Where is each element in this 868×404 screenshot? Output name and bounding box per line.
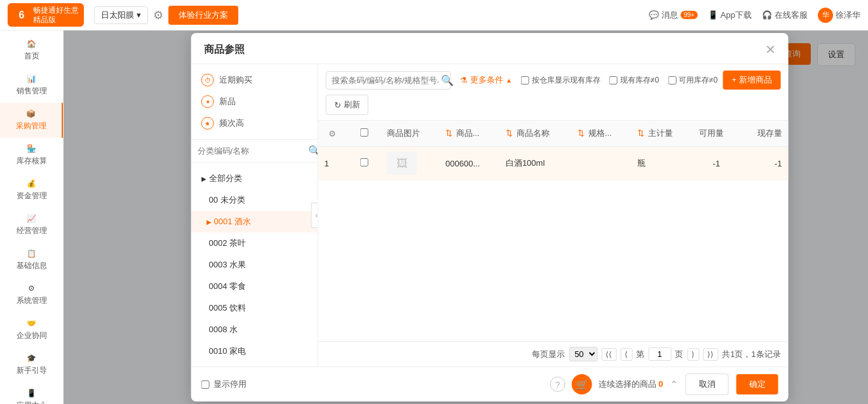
tree-fruit[interactable]: 0003 水果 bbox=[191, 254, 318, 276]
sort-icon-spec: ⇅ bbox=[578, 128, 585, 138]
main-layout: 🏠 首页 📊 销售管理 📦 采购管理 🏪 库存核算 💰 资金管理 📈 经营管理 … bbox=[0, 30, 868, 404]
inventory-icon: 🏪 bbox=[27, 144, 36, 153]
mobile-icon: 📱 bbox=[708, 10, 718, 20]
sort-icon-code: ⇅ bbox=[445, 128, 452, 138]
product-lookup-modal: 商品参照 ✕ ⏱ 近期购买 ✦ 新品 bbox=[191, 33, 789, 401]
row-checkbox[interactable] bbox=[360, 158, 369, 166]
col-name-header[interactable]: ⇅ 商品名称 bbox=[499, 121, 571, 147]
col-available-header: 可用量 bbox=[693, 121, 740, 147]
checkbox-available-nonzero[interactable] bbox=[668, 76, 676, 84]
cell-spec bbox=[571, 147, 631, 180]
col-code-header[interactable]: ⇅ 商品... bbox=[439, 121, 499, 147]
collapse-icon[interactable]: ⌃ bbox=[670, 379, 678, 391]
category-tree: ▶ 全部分类 00 未分类 ▶ 0001 酒水 0002 茶叶 bbox=[191, 163, 318, 367]
tree-liquor[interactable]: ▶ 0001 酒水 bbox=[191, 211, 318, 232]
filter-checkboxes: 按仓库显示现有库存 现有库存≠0 可用库存≠0 bbox=[521, 75, 718, 86]
tree-all-categories[interactable]: ▶ 全部分类 bbox=[191, 168, 318, 189]
filter-arrow-icon: ▲ bbox=[506, 77, 512, 84]
business-icon: 📈 bbox=[27, 214, 36, 223]
settings-icon[interactable]: ⚙ bbox=[153, 8, 163, 22]
cell-image: 🖼 bbox=[381, 147, 439, 180]
tree-uncategorized[interactable]: 00 未分类 bbox=[191, 189, 318, 211]
tree-snack[interactable]: 0004 零食 bbox=[191, 276, 318, 297]
checkbox-available-nonzero-label[interactable]: 可用库存≠0 bbox=[668, 75, 717, 86]
sidebar-item-inventory[interactable]: 🏪 库存核算 bbox=[0, 138, 63, 173]
product-search-icon[interactable]: 🔍 bbox=[441, 74, 454, 86]
category-search-input[interactable] bbox=[198, 146, 304, 156]
shortcut-new[interactable]: ✦ 新品 bbox=[191, 91, 318, 112]
last-page-button[interactable]: ⟩⟩ bbox=[703, 348, 718, 361]
sidebar-item-apps[interactable]: 📱 应用中心 bbox=[0, 382, 63, 404]
sidebar-item-finance[interactable]: 💰 资金管理 bbox=[0, 173, 63, 208]
cancel-button[interactable]: 取消 bbox=[686, 374, 729, 395]
tree-beverage[interactable]: 0005 饮料 bbox=[191, 297, 318, 319]
show-disabled-checkbox[interactable] bbox=[201, 380, 210, 389]
checkbox-stock-nonzero[interactable] bbox=[609, 76, 618, 84]
table-header-row: ⚙ 商品图片 ⇅ bbox=[318, 121, 789, 147]
sidebar-item-business[interactable]: 📈 经营管理 bbox=[0, 208, 63, 243]
sidebar-item-guide[interactable]: 🎓 新手引导 bbox=[0, 347, 63, 382]
modal-close-button[interactable]: ✕ bbox=[765, 42, 776, 57]
arrow-icon: ▶ bbox=[201, 175, 207, 182]
purchase-icon: 📦 bbox=[26, 109, 36, 118]
column-settings-icon[interactable]: ⚙ bbox=[325, 126, 340, 141]
category-search-area: 🔍 bbox=[191, 140, 318, 163]
col-spec-header[interactable]: ⇅ 规格... bbox=[571, 121, 631, 147]
table-row[interactable]: 1 🖼 000600... 白酒100ml bbox=[318, 147, 789, 180]
messages-badge: 99+ bbox=[681, 11, 698, 19]
cart-label: 连续选择的商品 0 bbox=[599, 379, 663, 390]
help-icon[interactable]: ? bbox=[550, 377, 566, 392]
tree-tea[interactable]: 0002 茶叶 bbox=[191, 232, 318, 254]
refresh-button[interactable]: ↻ 刷新 bbox=[326, 95, 369, 115]
cart-button[interactable]: 🛒 bbox=[572, 374, 592, 394]
shortcut-recent[interactable]: ⏱ 近期购买 bbox=[191, 69, 318, 91]
sidebar-item-sales[interactable]: 📊 销售管理 bbox=[0, 68, 63, 103]
col-unit-header[interactable]: ⇅ 主计量 bbox=[631, 121, 693, 147]
new-icon: ✦ bbox=[201, 95, 214, 108]
sidebar-item-purchase[interactable]: 📦 采购管理 bbox=[0, 103, 63, 138]
sidebar-item-home[interactable]: 🏠 首页 bbox=[0, 33, 63, 68]
filter-funnel-icon: ⚗ bbox=[460, 76, 468, 85]
tree-appliance[interactable]: 0010 家电 bbox=[191, 340, 318, 362]
logo-text: 畅捷通好生意 精品版 bbox=[33, 6, 79, 24]
category-search-icon[interactable]: 🔍 bbox=[308, 145, 318, 157]
experience-industry-button[interactable]: 体验行业方案 bbox=[168, 6, 238, 25]
sidebar-item-system[interactable]: ⚙ 系统管理 bbox=[0, 278, 63, 313]
checkbox-warehouse[interactable] bbox=[521, 76, 529, 84]
col-checkbox-header bbox=[354, 121, 381, 147]
refresh-icon: ↻ bbox=[334, 100, 341, 110]
checkbox-warehouse-label[interactable]: 按仓库显示现有库存 bbox=[521, 75, 600, 86]
cell-name: 白酒100ml bbox=[499, 147, 571, 180]
sidebar-item-enterprise[interactable]: 🤝 企业协同 bbox=[0, 313, 63, 347]
online-service-item[interactable]: 🎧 在线客服 bbox=[762, 10, 808, 21]
logo-icon: 6 bbox=[13, 6, 31, 24]
finance-icon: 💰 bbox=[27, 179, 36, 188]
company-selector[interactable]: 日太阳膜 ▾ bbox=[94, 6, 148, 24]
sidebar-item-basic-info[interactable]: 📋 基础信息 bbox=[0, 243, 63, 278]
product-search-input[interactable] bbox=[332, 76, 438, 85]
tree-water[interactable]: 0008 水 bbox=[191, 319, 318, 340]
select-all-checkbox[interactable] bbox=[360, 128, 369, 137]
more-filter-button[interactable]: ⚗ 更多条件 ▲ bbox=[456, 72, 516, 88]
cell-available: -1 bbox=[693, 147, 740, 180]
shortcut-frequent[interactable]: ★ 频次高 bbox=[191, 112, 318, 134]
first-page-button[interactable]: ⟨⟨ bbox=[601, 348, 616, 361]
search-toolbar: 🔍 ⚗ 更多条件 ▲ 按仓库显示现有库存 bbox=[318, 64, 789, 121]
prev-page-button[interactable]: ⟨ bbox=[620, 348, 632, 361]
product-panel: 🔍 ⚗ 更多条件 ▲ 按仓库显示现有库存 bbox=[318, 64, 789, 367]
confirm-button[interactable]: 确定 bbox=[736, 374, 778, 394]
collapse-panel-button[interactable]: « bbox=[311, 203, 318, 228]
pagination-bar: 每页显示 50 ⟨⟨ ⟨ 第 页 ⟩ ⟩⟩ 共1页，1条记录 bbox=[318, 341, 789, 367]
page-number-input[interactable] bbox=[648, 347, 671, 361]
sort-icon-name: ⇅ bbox=[506, 128, 513, 138]
cell-checkbox bbox=[354, 147, 381, 180]
app-download-item[interactable]: 📱 App下载 bbox=[708, 10, 752, 21]
add-product-button[interactable]: + 新增商品 bbox=[722, 71, 780, 90]
checkbox-stock-nonzero-label[interactable]: 现有库存≠0 bbox=[609, 75, 659, 86]
messages-item[interactable]: 💬 消息 99+ bbox=[649, 10, 698, 21]
per-page-select[interactable]: 50 bbox=[569, 347, 597, 361]
next-page-button[interactable]: ⟩ bbox=[687, 348, 699, 361]
show-disabled-label[interactable]: 显示停用 bbox=[201, 379, 247, 390]
product-search-wrap: 🔍 bbox=[326, 71, 451, 90]
user-profile-item[interactable]: 华 徐泽华 bbox=[818, 8, 860, 23]
